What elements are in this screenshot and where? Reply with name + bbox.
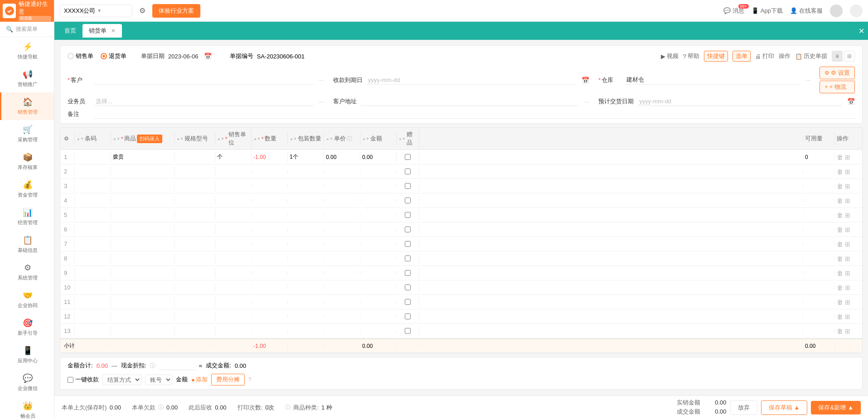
radio-return[interactable]: 退货单	[101, 52, 126, 60]
td-unit[interactable]	[215, 199, 252, 202]
copy-row-icon[interactable]: ⊞	[845, 327, 850, 335]
close-all-tabs-icon[interactable]: ✕	[858, 27, 864, 35]
delete-row-icon[interactable]: 🗑	[837, 154, 843, 161]
td-barcode[interactable]	[75, 239, 111, 249]
td-barcode[interactable]	[75, 225, 111, 235]
td-remark[interactable]	[419, 199, 803, 202]
td-product[interactable]	[111, 268, 175, 278]
sidebar-item-quick-nav[interactable]: ⚡快捷导航	[0, 37, 54, 65]
td-barcode[interactable]	[75, 283, 111, 293]
td-spec[interactable]	[175, 196, 215, 206]
td-pkgqty[interactable]	[288, 242, 324, 246]
tab-sales-order[interactable]: 销货单 ✕	[82, 24, 122, 38]
td-qty[interactable]	[252, 315, 288, 318]
copy-row-icon[interactable]: ⊞	[845, 241, 850, 248]
online-service-btn[interactable]: 👤 在线客服	[790, 7, 823, 15]
select-btn[interactable]: 选单	[732, 51, 751, 62]
td-gift[interactable]	[397, 268, 419, 278]
expected-date-input[interactable]	[637, 97, 842, 106]
td-spec[interactable]	[175, 239, 215, 249]
customer-more-icon[interactable]: ···	[319, 77, 324, 83]
company-selector[interactable]: XXXXX公司 ▼	[60, 5, 132, 17]
customer-input[interactable]	[94, 76, 314, 85]
td-price[interactable]	[324, 228, 360, 231]
td-qty[interactable]	[252, 184, 288, 188]
total-owed-info-icon[interactable]: ⓘ	[158, 404, 164, 411]
td-remark[interactable]	[419, 184, 803, 188]
td-gift[interactable]	[397, 196, 419, 205]
salesperson-input[interactable]	[94, 97, 314, 106]
discount-info-icon[interactable]: ⓘ	[150, 362, 155, 370]
due-date-input[interactable]	[366, 76, 577, 85]
td-gift[interactable]	[397, 225, 419, 234]
warehouse-input[interactable]	[625, 76, 800, 85]
expense-split-btn[interactable]: 费用分摊	[211, 374, 245, 385]
td-amount[interactable]	[360, 329, 397, 333]
delete-row-icon[interactable]: 🗑	[837, 327, 843, 335]
td-barcode[interactable]	[75, 312, 111, 322]
td-amount[interactable]	[360, 271, 397, 275]
account-select[interactable]: 账号	[145, 375, 172, 385]
copy-row-icon[interactable]: ⊞	[845, 226, 850, 233]
delete-row-icon[interactable]: 🗑	[837, 299, 843, 306]
td-pkgqty[interactable]	[288, 315, 324, 318]
delete-row-icon[interactable]: 🗑	[837, 270, 843, 277]
sidebar-item-business[interactable]: 📊经营管理	[0, 203, 54, 231]
history-btn[interactable]: 📋 历史单据	[795, 52, 827, 60]
td-product[interactable]	[111, 326, 175, 336]
tab-home[interactable]: 首页	[58, 24, 82, 38]
td-gift[interactable]	[397, 152, 419, 162]
td-price[interactable]	[324, 170, 360, 173]
delete-row-icon[interactable]: 🗑	[837, 168, 843, 175]
td-spec[interactable]	[175, 167, 215, 177]
settings-icon[interactable]: ⚙	[136, 5, 149, 17]
td-gift[interactable]	[397, 312, 419, 321]
td-remark[interactable]	[419, 257, 803, 260]
td-amount[interactable]	[360, 242, 397, 246]
td-unit[interactable]	[215, 329, 252, 333]
copy-row-icon[interactable]: ⊞	[845, 183, 850, 190]
discount-input[interactable]	[159, 361, 195, 370]
td-gift[interactable]	[397, 254, 419, 263]
td-product[interactable]	[111, 196, 175, 206]
sidebar-item-member[interactable]: 👑畅会员	[0, 396, 54, 419]
td-product[interactable]	[111, 283, 175, 293]
user-avatar2[interactable]	[850, 5, 863, 17]
td-product[interactable]	[111, 225, 175, 235]
sort-qty-icon[interactable]: ▲▼	[253, 137, 261, 141]
td-barcode[interactable]	[75, 167, 111, 177]
td-unit[interactable]	[215, 228, 252, 231]
td-pkgqty[interactable]	[288, 184, 324, 188]
td-remark[interactable]	[419, 170, 803, 173]
td-product[interactable]	[111, 152, 175, 162]
td-gift[interactable]	[397, 167, 419, 176]
td-price[interactable]	[324, 213, 360, 217]
td-product[interactable]	[111, 312, 175, 322]
one-click-pay-check[interactable]	[68, 377, 73, 383]
td-product[interactable]	[111, 181, 175, 191]
td-price[interactable]	[324, 300, 360, 304]
td-amount[interactable]	[360, 170, 397, 173]
sort-amount-icon[interactable]: ▲▼	[362, 137, 369, 141]
copy-row-icon[interactable]: ⊞	[845, 154, 850, 161]
td-amount[interactable]	[360, 213, 397, 217]
td-amount[interactable]	[360, 257, 397, 260]
td-remark[interactable]	[419, 286, 803, 289]
td-pkgqty[interactable]	[288, 257, 324, 260]
td-unit[interactable]: 个	[215, 151, 252, 163]
salesperson-more-icon[interactable]: ···	[319, 98, 324, 105]
user-avatar[interactable]	[830, 5, 843, 17]
customer-addr-input[interactable]	[360, 97, 579, 106]
sort-unit-icon[interactable]: ▲▼	[217, 137, 224, 141]
td-product[interactable]	[111, 297, 175, 307]
td-gift[interactable]	[397, 181, 419, 191]
td-pkgqty[interactable]	[288, 213, 324, 217]
save-new-btn[interactable]: 保存&新增 ▲	[811, 401, 861, 414]
td-spec[interactable]	[175, 181, 215, 191]
td-price[interactable]: 0.00	[324, 152, 360, 162]
td-amount[interactable]: 0.00	[360, 152, 397, 162]
due-date-calendar-icon[interactable]: 📅	[582, 77, 589, 84]
td-price[interactable]	[324, 242, 360, 246]
discard-btn[interactable]: 放弃	[730, 400, 757, 415]
grid-view-btn[interactable]: ⊞	[844, 51, 855, 62]
